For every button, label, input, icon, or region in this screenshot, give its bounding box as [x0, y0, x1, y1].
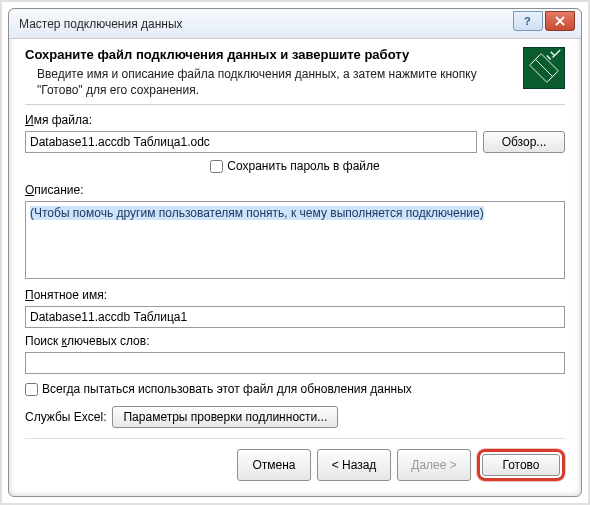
wizard-footer: Отмена < Назад Далее > Готово	[25, 438, 565, 481]
save-password-checkbox[interactable]	[210, 160, 223, 173]
back-button[interactable]: < Назад	[317, 449, 391, 481]
connection-icon	[523, 47, 565, 89]
help-button[interactable]: ?	[513, 11, 543, 31]
page-title: Сохраните файл подключения данных и заве…	[25, 47, 515, 62]
finish-button[interactable]: Готово	[482, 454, 560, 476]
friendly-name-input[interactable]	[25, 306, 565, 328]
always-use-row: Всегда пытаться использовать этот файл д…	[25, 382, 565, 396]
close-icon	[555, 16, 565, 26]
finish-highlight: Готово	[477, 449, 565, 481]
save-password-label: Сохранить пароль в файле	[227, 159, 379, 173]
close-button[interactable]	[545, 11, 575, 31]
description-textarea[interactable]: <span></span>	[25, 201, 565, 279]
titlebar: Мастер подключения данных ?	[9, 9, 581, 39]
svg-text:?: ?	[524, 15, 531, 27]
keywords-label: Поиск ключевых слов:	[25, 334, 565, 348]
file-name-label: Имя файла:	[25, 113, 565, 127]
always-use-label: Всегда пытаться использовать этот файл д…	[42, 382, 412, 396]
auth-settings-button[interactable]: Параметры проверки подлинности...	[112, 406, 338, 428]
help-icon: ?	[523, 15, 533, 27]
page-description: Введите имя и описание файла подключения…	[25, 66, 515, 98]
browse-button[interactable]: Обзор...	[483, 131, 565, 153]
friendly-name-label: Понятное имя:	[25, 288, 565, 302]
wizard-header: Сохраните файл подключения данных и заве…	[25, 47, 565, 105]
always-use-checkbox[interactable]	[25, 383, 38, 396]
wizard-window: Мастер подключения данных ? Сохраните фа…	[8, 8, 582, 497]
window-title: Мастер подключения данных	[19, 17, 183, 31]
excel-services-label: Службы Excel:	[25, 410, 106, 424]
cancel-button[interactable]: Отмена	[237, 449, 311, 481]
file-name-input[interactable]	[25, 131, 477, 153]
save-password-row: Сохранить пароль в файле	[25, 159, 565, 173]
next-button: Далее >	[397, 449, 471, 481]
description-label: Описание:	[25, 183, 565, 197]
keywords-input[interactable]	[25, 352, 565, 374]
